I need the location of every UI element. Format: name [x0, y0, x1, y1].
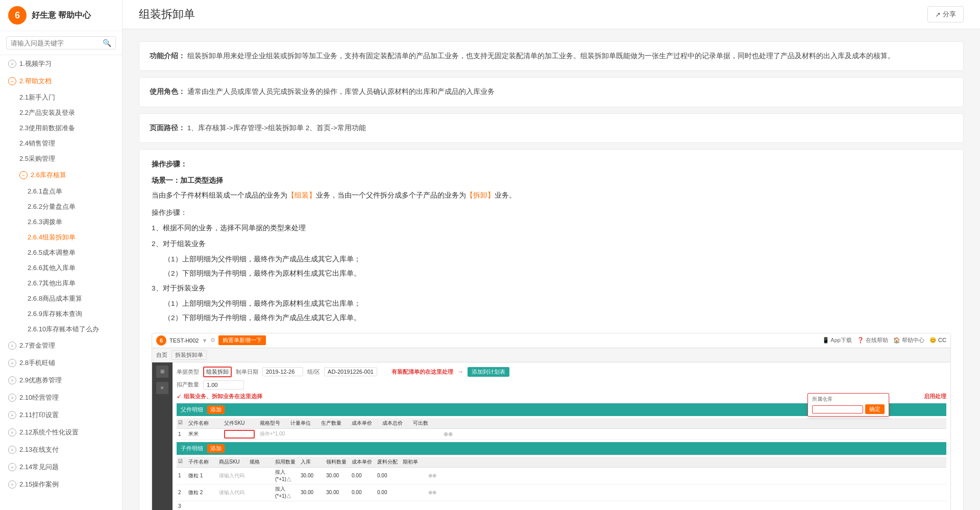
ss-sub-table-header: ☑ 子件名称 商品SKU 规格 拟用数量 入库 领料数量 成本单价 废料分配	[177, 457, 946, 468]
sidebar-item-label: 2.12系统个性化设置	[19, 428, 79, 437]
ss-th-cost-total: 成本总价	[381, 419, 411, 427]
collapse-icon: −	[8, 77, 16, 85]
sidebar-item-docs-265[interactable]: 2.6.5成本调整单	[0, 245, 122, 260]
sidebar-item-docs-264[interactable]: 2.6.4组装拆卸单	[0, 230, 122, 245]
nav-section: + 1.视频学习 − 2.帮助文档 2.1新手入门 2.2产品安装及登录 2.3…	[0, 55, 122, 493]
ss-sub-add-btn[interactable]: 添加	[207, 444, 225, 453]
sidebar-item-label: 2.11打印设置	[19, 410, 59, 420]
expand-icon: +	[8, 411, 16, 419]
ss-type-value: 组装拆卸	[203, 367, 232, 377]
ss-nav-icon-1: ⊞	[156, 366, 168, 378]
sidebar-item-docs-25[interactable]: 2.5采购管理	[0, 151, 122, 166]
ss-srow3-num: 3	[177, 502, 187, 510]
ss-srow2-spec	[248, 492, 274, 494]
share-button[interactable]: ↗ 分享	[927, 6, 964, 22]
ss-annotation-bottom: 组装业务、拆卸业务在这里选择	[184, 393, 262, 400]
ss-row1-empty	[289, 433, 320, 435]
sidebar-item-docs-28[interactable]: + 2.8手机旺铺	[0, 354, 122, 372]
sidebar-item-docs-23[interactable]: 2.3使用前数据准备	[0, 120, 122, 136]
ss-row1-empty5	[411, 433, 442, 435]
ss-popup-input[interactable]	[812, 405, 863, 414]
ss-srow1-num: 1	[177, 472, 187, 479]
ss-sth-check: ☑	[177, 458, 187, 466]
step2-1: （1）上部明细为父件明细，最终作为产成品生成其它入库单；	[164, 253, 951, 265]
ss-srow1-icons: ⊕⊗	[427, 472, 442, 479]
sidebar-item-docs-211[interactable]: + 2.11打印设置	[0, 406, 122, 424]
expand-icon: +	[8, 463, 16, 471]
ss-sth-name: 子件名称	[187, 458, 217, 466]
step3-1: （1）上部明细为父件明细，最终作为原材料生成其它出库单；	[164, 298, 951, 310]
sidebar-item-label: 2.帮助文档	[19, 77, 52, 86]
sidebar-item-docs-2610[interactable]: 2.6.10库存账本错了么办	[0, 322, 122, 337]
ss-lower-table: ☑ 子件名称 商品SKU 规格 拟用数量 入库 领料数量 成本单价 废料分配	[177, 457, 946, 510]
ss-srow1-scrap: 0.00	[376, 472, 401, 479]
scenario-desc: 当由多个子件材料组装成一个成品的业务为【组装】业务，当由一个父件拆分成多个子产品…	[152, 189, 951, 202]
sidebar-item-docs-261[interactable]: 2.6.1盘点单	[0, 184, 122, 199]
sidebar-item-docs-24[interactable]: 2.4销售管理	[0, 136, 122, 151]
sidebar-item-docs-21[interactable]: 2.1新手入门	[0, 90, 122, 105]
ss-home-icon: 🏠 帮助中心	[893, 336, 924, 344]
ss-srow2-icons: ⊕⊗	[427, 489, 442, 496]
ss-titlebar: 6 TEST-H002 ▼ ⚙ 购置单新增一下 📱 App下载 ❓ 在线帮助 🏠…	[152, 333, 950, 348]
ss-srow2-qty: 按入(*+1)△	[274, 484, 299, 501]
ss-group-value: AD-20191226-001	[324, 367, 377, 376]
ss-sth-spec: 规格	[248, 458, 274, 466]
sidebar-item-label: 2.8手机旺铺	[19, 358, 55, 368]
sidebar-item-docs-262[interactable]: 2.6.2分量盘点单	[0, 199, 122, 214]
expand-icon: +	[8, 60, 16, 68]
sidebar-item-docs-213[interactable]: + 2.13在线支付	[0, 441, 122, 458]
expand-icon: +	[8, 359, 16, 367]
ss-srow2-name: 微粒 2	[187, 488, 217, 497]
ss-table-row-1: 1 米米 操作+*1.00	[177, 429, 946, 440]
sidebar-item-docs-215[interactable]: + 2.15操作案例	[0, 476, 122, 493]
sidebar-item-label: 2.15操作案例	[19, 480, 59, 489]
sidebar-item-video[interactable]: + 1.视频学习	[0, 55, 122, 72]
sidebar-item-docs-27[interactable]: + 2.7资金管理	[0, 337, 122, 354]
sidebar-item-docs-210[interactable]: + 2.10经营管理	[0, 389, 122, 406]
ss-sth-in: 入库	[299, 458, 325, 466]
link-disassemble[interactable]: 【拆卸】	[466, 191, 495, 199]
ss-sth-qty: 拟用数量	[274, 458, 299, 466]
sidebar-header: 6 好生意 帮助中心	[0, 0, 122, 31]
ss-srow2-cost: 0.00	[350, 489, 376, 496]
search-icon[interactable]: 🔍	[103, 39, 111, 47]
sidebar-item-docs-266[interactable]: 2.6.6其他入库单	[0, 260, 122, 276]
sidebar-item-docs-269[interactable]: 2.6.9库存账本查询	[0, 306, 122, 322]
ss-row1-qty-prod: 操作+*1.00	[258, 429, 289, 439]
link-assemble[interactable]: 【组装】	[287, 191, 316, 199]
ss-add-plan-btn[interactable]: 添加到计划表	[468, 367, 509, 377]
search-input[interactable]	[11, 39, 103, 47]
path-card: 页面路径： 1、库存核算->库存管理->组装拆卸单 2、首页->常用功能	[139, 113, 964, 143]
ss-add-btn[interactable]: 添加	[207, 405, 225, 414]
ss-arrow-right: →	[457, 368, 463, 375]
sidebar-item-docs-29[interactable]: + 2.9优惠券管理	[0, 372, 122, 389]
path-text: 1、库存核算->库存管理->组装拆卸单 2、首页->常用功能	[187, 124, 366, 132]
sidebar-item-docs-263[interactable]: 2.6.3调拨单	[0, 214, 122, 230]
sidebar-item-docs-214[interactable]: + 2.14常见问题	[0, 458, 122, 476]
ss-app-icon: 📱 App下载	[822, 336, 852, 344]
main-header: 组装拆卸单 ↗ 分享	[122, 0, 980, 29]
ss-upper-table: ☑ 父件名称 父件SKU 规格型号 计量单位 生产数量 成本单价 成本总价 可出…	[177, 418, 946, 440]
sidebar-item-docs-22[interactable]: 2.2产品安装及登录	[0, 105, 122, 120]
ss-nav-home: 自页	[156, 351, 167, 359]
ss-row1-num: 1	[177, 430, 187, 438]
ss-row1-empty2	[320, 433, 350, 435]
sidebar-item-docs-268[interactable]: 2.6.8商品成本重算	[0, 291, 122, 306]
expand-icon: +	[8, 428, 16, 436]
sidebar-item-docs-26[interactable]: − 2.6库存核算	[0, 166, 122, 184]
ss-srow2-sku: 请输入代码	[217, 488, 248, 497]
sidebar-item-docs-212[interactable]: + 2.12系统个性化设置	[0, 424, 122, 441]
ss-popup-confirm-btn[interactable]: 确定	[865, 404, 885, 414]
page-title: 组装拆卸单	[139, 7, 195, 22]
ss-srow1-name: 微粒 1	[187, 471, 217, 480]
ss-help-icon: ❓ 在线帮助	[857, 336, 888, 344]
ss-sub-section-title: 子件明细	[181, 445, 203, 452]
ss-row1-empty3	[350, 433, 381, 435]
logo-icon: 6	[8, 6, 27, 25]
sidebar-item-docs[interactable]: − 2.帮助文档	[0, 72, 122, 90]
sidebar-item-label: 1.视频学习	[19, 59, 52, 68]
step3: 3、对于拆装业务	[152, 282, 951, 295]
sidebar-item-docs-267[interactable]: 2.6.7其他出库单	[0, 276, 122, 291]
ss-annotation-right: 启用处理	[924, 393, 946, 400]
ss-row1-sku-input[interactable]	[223, 429, 258, 440]
